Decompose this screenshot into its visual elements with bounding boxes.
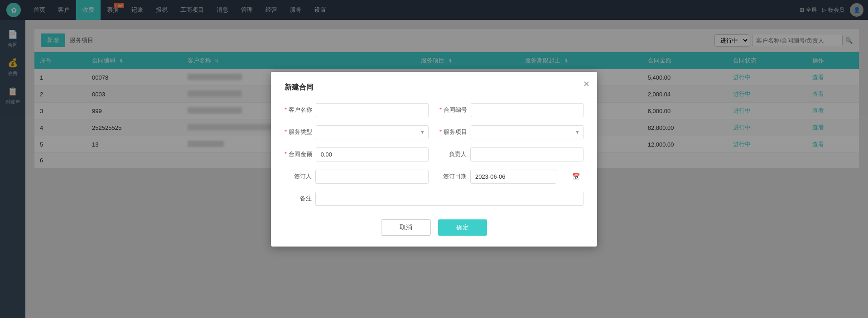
modal-title: 新建合同: [285, 83, 583, 92]
modal-overlay[interactable]: ✕ 新建合同 客户名称 合同编号 服务类型 ▼ 服务项目: [0, 0, 868, 318]
modal-close-button[interactable]: ✕: [583, 79, 590, 89]
sign-date-input[interactable]: [470, 170, 556, 184]
form-row-amount: 合同金额: [285, 147, 429, 161]
cancel-button[interactable]: 取消: [381, 219, 431, 236]
modal-footer: 取消 确定: [285, 219, 583, 236]
amount-label: 合同金额: [285, 150, 312, 158]
form-row-notes: 备注: [285, 192, 583, 206]
responsible-input[interactable]: [470, 147, 583, 161]
amount-input[interactable]: [316, 147, 429, 161]
form-row-sign-date: 签订日期 📅: [439, 170, 583, 184]
sign-date-wrap: 📅: [470, 170, 583, 184]
service-item-select[interactable]: [471, 125, 583, 139]
form-row-service-type: 服务类型 ▼: [285, 125, 429, 139]
service-type-select[interactable]: [316, 125, 429, 139]
responsible-label: 负责人: [439, 150, 467, 158]
new-contract-modal: ✕ 新建合同 客户名称 合同编号 服务类型 ▼ 服务项目: [271, 72, 597, 247]
service-type-label: 服务类型: [285, 128, 312, 136]
form-row-customer: 客户名称: [285, 103, 429, 117]
service-item-label: 服务项目: [439, 128, 467, 136]
contract-no-input[interactable]: [471, 103, 583, 117]
customer-name-input[interactable]: [316, 103, 429, 117]
form-row-service-item: 服务项目 ▼: [439, 125, 583, 139]
form-row-signer: 签订人: [285, 170, 429, 184]
notes-input[interactable]: [315, 192, 583, 206]
form-row-contract-no: 合同编号: [439, 103, 583, 117]
service-item-select-wrap: ▼: [471, 125, 583, 139]
calendar-icon: 📅: [572, 173, 580, 180]
modal-form: 客户名称 合同编号 服务类型 ▼ 服务项目 ▼: [285, 103, 583, 206]
customer-name-label: 客户名称: [285, 106, 312, 114]
signer-label: 签订人: [285, 172, 312, 180]
confirm-button[interactable]: 确定: [438, 219, 487, 236]
notes-label: 备注: [285, 195, 312, 203]
form-row-responsible: 负责人: [439, 147, 583, 161]
contract-no-label: 合同编号: [439, 106, 467, 114]
signer-input[interactable]: [315, 170, 429, 184]
service-type-select-wrap: ▼: [316, 125, 429, 139]
sign-date-label: 签订日期: [439, 172, 467, 180]
